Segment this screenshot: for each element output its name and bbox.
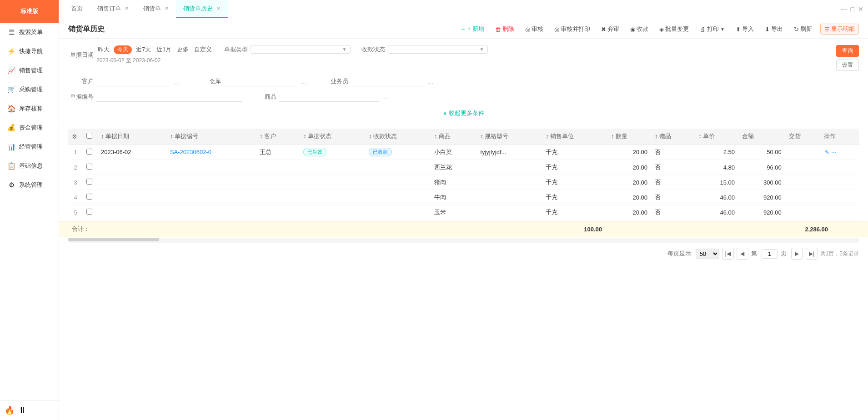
- warehouse-input[interactable]: [224, 76, 296, 86]
- row-payment-status: [365, 160, 431, 175]
- th-customer[interactable]: ↕ 客户: [256, 129, 300, 145]
- review-button[interactable]: ◎ 审核: [522, 24, 546, 35]
- prev-page-button[interactable]: ◀: [737, 248, 748, 260]
- date-tab-custom[interactable]: 自定义: [193, 45, 213, 54]
- tab-sales-history[interactable]: 销货单历史 ✕: [176, 0, 228, 18]
- tab-home[interactable]: 首页: [64, 0, 90, 18]
- date-tab-1month[interactable]: 近1月: [155, 45, 173, 54]
- page-number-input[interactable]: [762, 249, 778, 259]
- abandon-button[interactable]: ✖ 弃审: [598, 24, 622, 35]
- staff-dots-icon[interactable]: …: [427, 78, 434, 85]
- refresh-button[interactable]: ↻ 刷新: [791, 24, 815, 35]
- review-print-button[interactable]: ◎ 审核并打印: [552, 24, 593, 35]
- row-gift: 否: [651, 175, 695, 190]
- th-date[interactable]: ↕ 单据日期: [97, 129, 166, 145]
- th-qty[interactable]: ↕ 数量: [607, 129, 651, 145]
- row-checkbox[interactable]: [86, 209, 92, 215]
- last-page-button[interactable]: ▶|: [806, 248, 818, 260]
- th-unit[interactable]: ↕ 销售单位: [542, 129, 607, 145]
- goods-input[interactable]: [279, 92, 379, 102]
- row-checkbox[interactable]: [86, 194, 92, 200]
- sidebar-item-sales-mgmt[interactable]: 📈 销售管理: [0, 61, 59, 80]
- print-button[interactable]: 🖨 打印 ▼: [697, 24, 728, 35]
- th-amount[interactable]: 金额: [738, 129, 785, 145]
- customer-dots-icon[interactable]: …: [173, 78, 179, 85]
- tab-sales-delivery[interactable]: 销货单 ✕: [136, 0, 176, 18]
- sidebar-item-basic-info[interactable]: 📋 基础信息: [0, 156, 59, 175]
- show-detail-button[interactable]: ☰ 显示明细: [820, 24, 859, 35]
- tab-sales-order[interactable]: 销售订单 ✕: [90, 0, 136, 18]
- first-page-button[interactable]: |◀: [722, 248, 734, 260]
- date-tab-today[interactable]: 今天: [114, 45, 132, 54]
- sidebar-item-purchase-mgmt[interactable]: 🛒 采购管理: [0, 80, 59, 99]
- row-actions: [820, 160, 859, 175]
- payment-status-filter-item: 收款状态 ▼: [360, 45, 488, 54]
- date-tab-more[interactable]: 更多: [176, 45, 190, 54]
- scrollbar-thumb[interactable]: [68, 238, 159, 241]
- th-spec[interactable]: ↕ 规格型号: [477, 129, 542, 145]
- horizontal-scrollbar[interactable]: [68, 238, 859, 243]
- warehouse-dots-icon[interactable]: …: [300, 78, 306, 85]
- sidebar-item-label: 销售管理: [19, 66, 43, 75]
- close-window-icon[interactable]: ✕: [858, 5, 863, 13]
- collect-button[interactable]: ◉ 收款: [627, 24, 651, 35]
- payment-status-arrow-icon: ▼: [480, 47, 484, 52]
- close-sales-order-tab[interactable]: ✕: [125, 5, 129, 11]
- page-suffix: 页: [781, 250, 787, 258]
- more-action-button[interactable]: ⋯: [831, 149, 837, 155]
- select-all-checkbox[interactable]: [86, 133, 92, 139]
- customer-input[interactable]: [96, 76, 169, 86]
- collapse-button[interactable]: ∧ 收起更多条件: [443, 109, 484, 117]
- date-tab-7days[interactable]: 近7天: [135, 45, 152, 54]
- close-sales-delivery-tab[interactable]: ✕: [165, 5, 169, 11]
- doc-num-link[interactable]: SA-20230602-0: [170, 149, 211, 155]
- row-spec: [477, 160, 542, 175]
- minimize-icon[interactable]: —: [841, 5, 847, 13]
- import-button[interactable]: ⬆ 导入: [733, 24, 757, 35]
- query-button[interactable]: 查询: [836, 45, 859, 57]
- settings-button[interactable]: 设置: [836, 60, 859, 71]
- new-button[interactable]: ＋ + 新增: [457, 24, 487, 35]
- th-goods[interactable]: ↕ 商品: [431, 129, 477, 145]
- export-button[interactable]: ⬇ 导出: [762, 24, 786, 35]
- doc-num-input[interactable]: [96, 92, 242, 102]
- maximize-icon[interactable]: □: [851, 5, 854, 13]
- payment-status-select[interactable]: ▼: [388, 45, 488, 54]
- next-page-button[interactable]: ▶: [791, 248, 803, 260]
- th-payment-status[interactable]: ↕ 收款状态: [365, 129, 431, 145]
- date-tab-yesterday[interactable]: 昨天: [96, 45, 111, 54]
- edit-action-button[interactable]: ✎: [825, 149, 829, 155]
- row-price: 4.80: [695, 160, 738, 175]
- sidebar-item-sys-admin[interactable]: ⚙ 系统管理: [0, 175, 59, 195]
- close-sales-history-tab[interactable]: ✕: [216, 5, 221, 11]
- sidebar-item-finance[interactable]: 💰 资金管理: [0, 118, 59, 137]
- payment-status-badge: 已收款: [369, 148, 392, 156]
- pause-icon[interactable]: ⏸: [18, 405, 26, 415]
- goods-dots-icon[interactable]: …: [383, 93, 389, 100]
- date-filter-label: 单据日期: [68, 51, 94, 59]
- sidebar-item-search-menu[interactable]: ☰ 搜索菜单: [0, 23, 59, 42]
- th-doc-status[interactable]: ↕ 单据状态: [300, 129, 365, 145]
- sidebar-item-inventory[interactable]: 🏠 库存核算: [0, 99, 59, 118]
- th-delivery[interactable]: 交货: [785, 129, 820, 145]
- row-customer: [256, 160, 300, 175]
- doc-type-select[interactable]: ▼: [251, 45, 351, 54]
- th-gift[interactable]: ↕ 赠品: [651, 129, 695, 145]
- staff-input[interactable]: [351, 76, 424, 86]
- th-price[interactable]: ↕ 单价: [695, 129, 738, 145]
- th-settings[interactable]: ⚙: [68, 129, 83, 145]
- customer-filter-item: 客户 …: [68, 76, 186, 86]
- row-checkbox[interactable]: [86, 149, 92, 155]
- row-checkbox[interactable]: [86, 179, 92, 185]
- sidebar-item-label: 快捷导航: [19, 47, 43, 55]
- batch-change-button[interactable]: ◈ 批量变更: [657, 24, 692, 35]
- sidebar-item-quick-nav[interactable]: ⚡ 快捷导航: [0, 42, 59, 61]
- row-goods: 西兰花: [431, 160, 477, 175]
- th-checkbox[interactable]: [83, 129, 97, 145]
- row-checkbox[interactable]: [86, 164, 92, 170]
- delete-button[interactable]: 🗑 删除: [492, 24, 517, 35]
- fire-icon[interactable]: 🔥: [5, 405, 15, 415]
- sidebar-item-operations[interactable]: 📊 经营管理: [0, 137, 59, 156]
- th-doc-num[interactable]: ↕ 单据编号: [166, 129, 256, 145]
- per-page-select[interactable]: 50 100 200: [696, 249, 719, 259]
